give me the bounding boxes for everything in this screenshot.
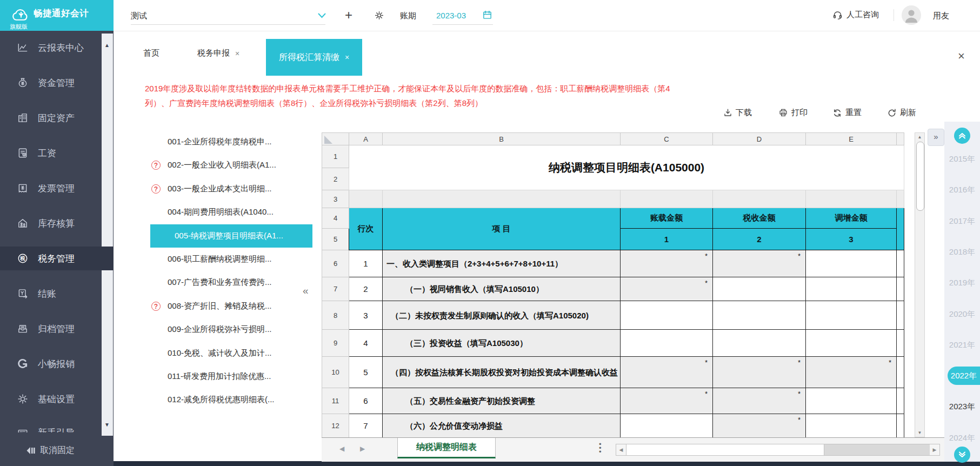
line-number-cell[interactable]: 2 — [349, 277, 383, 301]
prev-sheet-icon[interactable]: ◀ — [339, 445, 344, 452]
horizontal-scrollbar[interactable]: ◀ ▶ — [616, 444, 940, 456]
help-question-icon[interactable]: ? — [151, 302, 161, 311]
collapse-panel-icon[interactable]: « — [303, 285, 309, 297]
vertical-scrollbar[interactable]: ▲ ▼ — [915, 132, 925, 437]
item-label-cell[interactable]: （六）公允价值变动净损益 — [383, 414, 621, 438]
row-number[interactable]: 1 — [322, 145, 349, 168]
help-question-icon[interactable]: ? — [151, 184, 161, 194]
report-list-item-4[interactable]: 004-期间费用明细表(A1040... — [145, 201, 312, 224]
cell-C8[interactable] — [621, 301, 713, 330]
sheet-list-dots-icon[interactable]: ••• — [599, 442, 602, 454]
year-item-2020年[interactable]: 2020年 — [944, 309, 980, 319]
report-list-item-7[interactable]: 007-广告费和业务宣传费跨... — [145, 271, 312, 294]
cell-E10[interactable]: * — [806, 357, 897, 388]
tab-income-tax-settlement[interactable]: 所得税汇算清缴 × — [266, 39, 362, 76]
cell-F10[interactable] — [897, 357, 904, 388]
sidebar-item-6[interactable]: 库存核算 — [0, 211, 102, 235]
sidebar-item-7[interactable]: 税税务管理 — [0, 247, 114, 270]
cell-C6[interactable]: * — [621, 250, 713, 277]
col-header-F[interactable] — [897, 133, 904, 145]
refresh-button[interactable]: 刷新 — [887, 108, 916, 118]
sheet-tab[interactable]: 纳税调整明细表 — [397, 438, 496, 458]
line-number-cell[interactable]: 3 — [349, 301, 383, 330]
cell-D9[interactable] — [713, 330, 806, 357]
support-button[interactable]: 人工咨询 — [832, 10, 879, 20]
item-label-cell[interactable]: 一、收入类调整项目（2+3+4+5+6+7+8+10+11） — [383, 250, 621, 277]
sidebar-item-1[interactable]: 云报表中心 — [0, 36, 102, 59]
cell-F12[interactable] — [897, 414, 904, 438]
cell-C12[interactable] — [621, 414, 713, 438]
cell-C11[interactable]: * — [621, 388, 713, 414]
report-list-item-11[interactable]: 011-研发费用加计扣除优惠... — [145, 365, 312, 388]
avatar[interactable] — [902, 5, 921, 25]
item-label-cell[interactable]: （四）按权益法核算长期股权投资对初始投资成本调整确认收益 — [383, 357, 621, 388]
row-number[interactable]: 6 — [322, 250, 349, 277]
year-item-2022年[interactable]: 2022年 — [948, 367, 980, 385]
reset-button[interactable]: 重置 — [832, 108, 862, 118]
chevron-down-icon[interactable] — [318, 13, 326, 18]
col-header-D[interactable]: D — [713, 133, 806, 145]
row-number[interactable]: 12 — [322, 414, 349, 438]
cell-E11[interactable] — [806, 388, 897, 414]
row-number[interactable]: 4 — [322, 208, 349, 229]
year-item-2018年[interactable]: 2018年 — [944, 247, 980, 257]
cell-C7[interactable]: * — [621, 277, 713, 301]
next-sheet-icon[interactable]: ▶ — [360, 445, 365, 452]
sidebar-item-4[interactable]: 工资 — [0, 141, 102, 165]
cell-F7[interactable] — [897, 277, 904, 301]
cell-D7[interactable] — [713, 277, 806, 301]
tab-tax-filing[interactable]: 税务申报 × — [197, 31, 239, 76]
row-number[interactable]: 10 — [322, 357, 349, 388]
row-number[interactable]: 9 — [322, 330, 349, 357]
sidebar-item-9[interactable]: 归档管理 — [0, 317, 102, 341]
row-number[interactable]: 5 — [322, 229, 349, 250]
item-label-cell[interactable]: （三）投资收益（填写A105030） — [383, 330, 621, 357]
year-item-2017年[interactable]: 2017年 — [944, 216, 980, 227]
scroll-down-icon[interactable]: ▼ — [915, 429, 924, 437]
scroll-up-icon[interactable]: ▲ — [915, 133, 924, 141]
tab-home[interactable]: 首页 — [143, 31, 159, 76]
sidebar-item-2[interactable]: 资金管理 — [0, 71, 102, 95]
line-number-cell[interactable]: 7 — [349, 414, 383, 438]
col-header-E[interactable]: E — [806, 133, 897, 145]
report-list-item-2[interactable]: ?002-一般企业收入明细表(A1... — [145, 154, 312, 177]
col-header-C[interactable]: C — [621, 133, 713, 145]
year-item-2021年[interactable]: 2021年 — [944, 340, 980, 350]
cell-D6[interactable]: * — [713, 250, 806, 277]
vertical-scroll-thumb[interactable] — [916, 142, 924, 211]
cell-D12[interactable]: * — [713, 414, 806, 438]
sidebar-item-5[interactable]: 发票管理 — [0, 176, 102, 200]
col-header-B[interactable]: B — [383, 133, 621, 145]
year-item-2016年[interactable]: 2016年 — [944, 185, 980, 195]
cell-E9[interactable] — [806, 330, 897, 357]
line-number-cell[interactable]: 1 — [349, 250, 383, 277]
add-account-button[interactable]: + — [345, 8, 352, 23]
col-header-A[interactable]: A — [349, 133, 383, 145]
cell-E7[interactable] — [806, 277, 897, 301]
close-tab-icon[interactable]: × — [235, 49, 239, 58]
cell-F8[interactable] — [897, 301, 904, 330]
report-list-item-3[interactable]: ?003-一般企业成本支出明细... — [145, 177, 312, 201]
account-name[interactable]: 测试 — [131, 11, 147, 21]
print-button[interactable]: 打印 — [778, 108, 808, 118]
close-tab-icon[interactable]: × — [345, 53, 349, 62]
cell-F6[interactable] — [897, 250, 904, 277]
line-number-cell[interactable]: 6 — [349, 388, 383, 414]
period-value[interactable]: 2023-03 — [436, 11, 466, 20]
calendar-icon[interactable] — [482, 10, 492, 20]
sidebar-item-11[interactable]: 基础设置 — [0, 387, 102, 411]
cell-C9[interactable] — [621, 330, 713, 357]
item-label-cell[interactable]: （二）未按权责发生制原则确认的收入（填写A105020) — [383, 301, 621, 330]
horizontal-scroll-track[interactable] — [824, 444, 930, 455]
year-item-2015年[interactable]: 2015年 — [944, 154, 980, 164]
help-question-icon[interactable]: ? — [151, 161, 161, 170]
line-number-cell[interactable]: 5 — [349, 357, 383, 388]
unpin-sidebar-button[interactable]: 取消固定 — [0, 439, 114, 462]
cell-D10[interactable]: * — [713, 357, 806, 388]
row-number[interactable]: 2 — [322, 168, 349, 190]
close-panel-icon[interactable]: × — [958, 49, 965, 63]
scroll-right-icon[interactable]: ▶ — [930, 444, 939, 455]
years-scroll-down-button[interactable] — [954, 447, 970, 463]
expand-panel-icon[interactable]: » — [928, 129, 944, 146]
sheet-title-cell[interactable]: 纳税调整项目明细表(A105000) — [349, 145, 904, 190]
